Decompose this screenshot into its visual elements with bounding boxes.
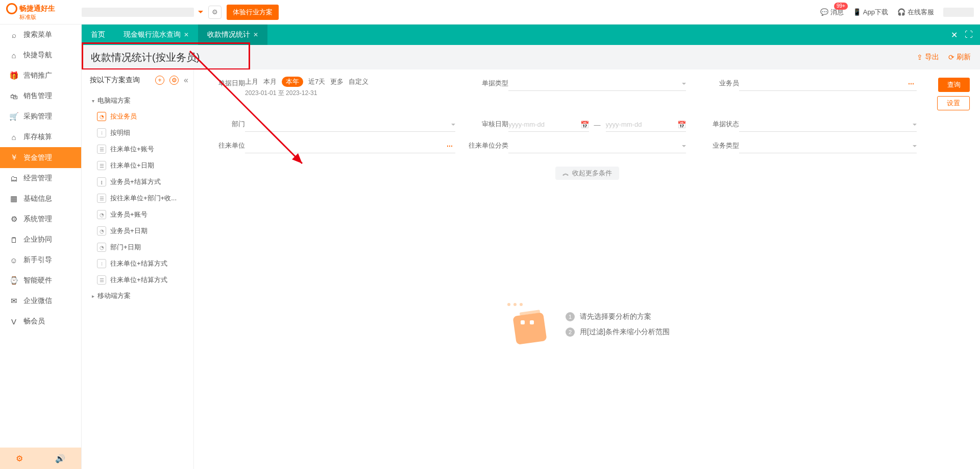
sidebar-item[interactable]: 🛒采购管理 (0, 106, 81, 127)
sidebar-item[interactable]: ⌂快捷导航 (0, 45, 81, 65)
empty-steps: 1请先选择要分析的方案 2用[过滤]条件来缩小分析范围 (566, 312, 670, 337)
sidebar-item-icon: ▦ (9, 194, 18, 203)
messages-button[interactable]: 💬 消息 99+ (820, 8, 844, 17)
sidebar-item-label: 销售管理 (23, 91, 52, 101)
scheme-item[interactable]: ☰往来单位+账号 (82, 141, 193, 157)
trial-button[interactable]: 体验行业方案 (227, 5, 279, 20)
biz-type-select[interactable] (739, 139, 917, 153)
date-range-text: 2023-01-01 至 2023-12-31 (245, 89, 455, 98)
close-all-icon[interactable]: ✕ (951, 30, 958, 40)
bill-status-select[interactable] (739, 118, 917, 132)
app-download-button[interactable]: 📱 App下载 (853, 8, 888, 17)
date-quick-item[interactable]: 本年 (282, 77, 303, 87)
scheme-group-label: 电脑端方案 (97, 96, 131, 105)
scheme-item[interactable]: ☰往来单位+结算方式 (82, 272, 193, 288)
scheme-item-label: 部门+日期 (110, 243, 141, 252)
empty-step-1: 1请先选择要分析的方案 (566, 312, 670, 321)
collapse-conditions-button[interactable]: ︽ 收起更多条件 (555, 167, 619, 180)
add-scheme-button[interactable]: + (155, 76, 164, 85)
export-button[interactable]: ⇪导出 (917, 53, 939, 62)
partner-cat-label: 往来单位分类 (468, 139, 508, 150)
sidebar-item-label: 企业协同 (23, 235, 52, 244)
scheme-item[interactable]: ◔业务员+日期 (82, 223, 193, 239)
tab-close-icon[interactable]: ✕ (184, 31, 189, 38)
online-service-button[interactable]: 🎧 在线客服 (897, 8, 934, 17)
scheme-item-label: 按往来单位+部门+收... (110, 194, 177, 203)
sidebar-item-label: 库存核算 (23, 132, 52, 142)
tab-close-icon[interactable]: ✕ (253, 31, 258, 38)
calendar-icon: 📅 (580, 121, 589, 129)
tenant-switcher[interactable] (82, 8, 203, 17)
dept-select[interactable] (245, 118, 455, 132)
sidebar-item[interactable]: ￥资金管理 (0, 147, 81, 168)
scheme-item-icon: ⁝ (97, 128, 106, 137)
footer-gear-icon[interactable]: ⚙ (16, 454, 23, 463)
sidebar-item[interactable]: 🗒企业协同 (0, 229, 81, 250)
tab[interactable]: 收款情况统计✕ (198, 25, 267, 45)
scheme-item-icon: ◔ (97, 210, 106, 219)
date-quick-item[interactable]: 近7天 (308, 77, 325, 86)
collapse-panel-icon[interactable]: « (184, 76, 188, 85)
scheme-item-icon: ☰ (97, 275, 106, 285)
sidebar-item-label: 快捷导航 (23, 51, 52, 60)
sidebar-item[interactable]: ▦基础信息 (0, 189, 81, 209)
sidebar-item[interactable]: 🗂经营管理 (0, 168, 81, 189)
fullscreen-icon[interactable]: ⛶ (965, 30, 973, 39)
online-service-label: 在线客服 (908, 8, 934, 17)
audit-date-to[interactable]: 📅 (606, 118, 686, 132)
scheme-item[interactable]: ⫿业务员+结算方式 (82, 174, 193, 190)
audit-date-to-input[interactable] (606, 121, 675, 128)
logo-area: 畅捷通好生 标准版 (6, 3, 82, 21)
sidebar-item[interactable]: ✉企业微信 (0, 291, 81, 311)
scheme-group[interactable]: ▾电脑端方案 (82, 93, 193, 108)
audit-date-from[interactable]: 📅 (508, 118, 589, 132)
settings-icon-button[interactable]: ⚙ (208, 6, 222, 19)
tab-label: 收款情况统计 (207, 30, 250, 39)
scheme-panel-header: 按以下方案查询 + ⚙ « (82, 69, 193, 91)
date-quick-item[interactable]: 更多 (330, 77, 344, 86)
refresh-button[interactable]: ⟳刷新 (948, 53, 971, 62)
sidebar-item[interactable]: V畅会员 (0, 311, 81, 332)
scheme-item[interactable]: ⁝往来单位+结算方式 (82, 255, 193, 272)
sidebar-item[interactable]: ⌂库存核算 (0, 127, 81, 147)
settings-button[interactable]: 设置 (937, 96, 970, 110)
scheme-item[interactable]: ☰按往来单位+部门+收... (82, 190, 193, 206)
partner-cat-select[interactable] (508, 139, 686, 153)
scheme-group[interactable]: ▸移动端方案 (82, 288, 193, 303)
scheme-item[interactable]: ⁝按明细 (82, 125, 193, 141)
salesman-select[interactable]: ⋯ (739, 77, 917, 91)
sidebar-item[interactable]: ⌕搜索菜单 (0, 25, 81, 45)
scheme-item-label: 往来单位+账号 (110, 145, 154, 154)
user-placeholder[interactable] (943, 8, 974, 17)
more-icon: ⋯ (445, 143, 455, 150)
scheme-item[interactable]: ◔部门+日期 (82, 239, 193, 255)
sidebar-item[interactable]: ⚙系统管理 (0, 209, 81, 229)
scheme-item-label: 业务员+账号 (110, 210, 148, 219)
main-content: 按以下方案查询 + ⚙ « ▾电脑端方案◔按业务员⁝按明细☰往来单位+账号☰往来… (82, 69, 980, 469)
audit-date-from-input[interactable] (508, 121, 578, 128)
date-quick-item[interactable]: 上月 (245, 77, 258, 86)
sidebar-item[interactable]: ☺新手引导 (0, 250, 81, 270)
scheme-settings-button[interactable]: ⚙ (169, 76, 179, 85)
date-quick-item[interactable]: 本月 (263, 77, 277, 86)
sidebar-item-label: 资金管理 (23, 153, 52, 162)
scheme-item[interactable]: ◔业务员+账号 (82, 206, 193, 223)
tab[interactable]: 现金银行流水查询✕ (114, 25, 198, 45)
footer-sound-icon[interactable]: 🔊 (55, 454, 65, 463)
message-icon: 💬 (820, 8, 828, 16)
sidebar-item[interactable]: 🎁营销推广 (0, 65, 81, 86)
sidebar-item[interactable]: 🛍销售管理 (0, 86, 81, 106)
date-quick-item[interactable]: 自定义 (349, 77, 369, 86)
scheme-item[interactable]: ☰往来单位+日期 (82, 157, 193, 174)
dept-label: 部门 (204, 118, 245, 129)
query-button[interactable]: 查询 (938, 78, 970, 92)
sidebar-item-icon: ⌂ (9, 51, 18, 60)
sidebar-item-label: 系统管理 (23, 215, 52, 224)
scheme-item[interactable]: ◔按业务员 (82, 108, 193, 125)
partner-select[interactable]: ⋯ (245, 139, 455, 153)
chevron-down-icon (682, 83, 686, 87)
sidebar-item[interactable]: ⌚智能硬件 (0, 270, 81, 291)
scheme-item-label: 往来单位+结算方式 (110, 275, 167, 285)
tab[interactable]: 首页 (82, 25, 114, 45)
bill-type-select[interactable] (508, 77, 686, 91)
